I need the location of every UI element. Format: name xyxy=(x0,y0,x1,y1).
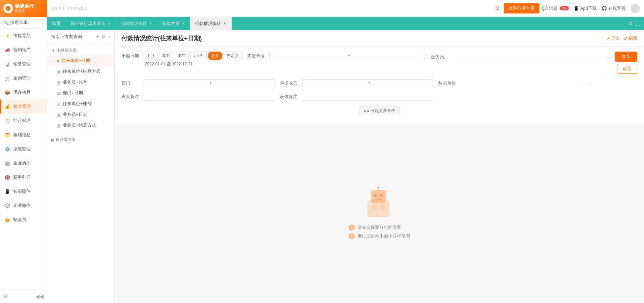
partner-input[interactable] xyxy=(461,79,583,86)
svg-point-4 xyxy=(374,194,377,197)
scheme-item-label-salesman_date: 业务员+日期 xyxy=(63,112,87,118)
scheme-item-partner_date[interactable]: ●往来单位+日期 xyxy=(47,55,114,66)
sidebar-item-finance[interactable]: 💰 资金管理 xyxy=(0,99,47,114)
sidebar-item-hardware[interactable]: 📱 智能硬件 xyxy=(0,184,47,199)
scheme-group-arrow-desktop: ▼ xyxy=(51,48,55,53)
voucher-status-arrow-icon: ▼ xyxy=(368,81,430,85)
tab-home[interactable]: 首页 xyxy=(47,17,66,30)
table-header-note-input[interactable] xyxy=(144,92,274,100)
app-download-button[interactable]: 📱 App下载 xyxy=(574,5,597,11)
sidebar-item-guide[interactable]: 🎯 新手引导 xyxy=(0,170,47,184)
purchase-nav-icon: 🛒 xyxy=(4,75,10,81)
scheme-item-salesman_settlement[interactable]: ▦业务员+结算方式 xyxy=(47,120,114,131)
sidebar-item-corp[interactable]: 🏢 企业协同 xyxy=(0,156,47,170)
date-btn-this-year[interactable]: 本年 xyxy=(175,52,189,60)
sidebar-item-basic[interactable]: 🗂️ 基础信息 xyxy=(0,128,47,142)
table-body-note-input[interactable] xyxy=(302,92,433,100)
salesman-more-icon[interactable]: … xyxy=(605,54,610,59)
filter-settings-button[interactable]: 设置 xyxy=(617,64,637,74)
table-body-note-label: 表体备注 xyxy=(280,92,300,100)
filter-query-col: 查询 设置 xyxy=(615,52,637,74)
scheme-group-title-desktop[interactable]: ▼电脑端方案 xyxy=(47,46,114,55)
sidebar-item-operation[interactable]: 📋 经营管理 xyxy=(0,114,47,128)
tip-1-text: 请先选择要分析的方案 xyxy=(357,224,401,231)
export-icon: ↗ xyxy=(606,36,610,41)
date-btn-this-month[interactable]: 本月 xyxy=(159,52,173,60)
partner-more-icon[interactable]: … xyxy=(587,80,591,85)
tabs-container: 首页现金银行流水查询✕收款情况统计✕新建方案✕付款情况统计✕ xyxy=(47,17,232,30)
tab-payment_stat[interactable]: 付款情况统计✕ xyxy=(190,17,232,30)
svg-rect-7 xyxy=(372,205,377,209)
scheme-item-icon-partner_date: ● xyxy=(57,58,59,63)
tab-close-cashflow[interactable]: ✕ xyxy=(108,21,111,26)
search-icon: 🔍 xyxy=(3,20,9,25)
trial-button[interactable]: 体验行业方案 xyxy=(504,3,539,13)
salesman-input[interactable] xyxy=(453,52,602,60)
collapse-sidebar-icon[interactable]: ◀◀ xyxy=(35,293,43,300)
scheme-item-dept_date[interactable]: ▦部门+日期 xyxy=(47,88,114,98)
page-header-actions: ↗ 导出 ↺ 刷新 xyxy=(606,35,637,41)
download-icon: 📱 xyxy=(574,6,579,11)
scheme-item-salesman_date[interactable]: ▦业务员+日期 xyxy=(47,109,114,120)
quicknav-nav-icon: ⚡ xyxy=(4,33,10,39)
purchase-nav-label: 采购管理 xyxy=(13,75,31,81)
scheme-item-salesman_account[interactable]: ▦业务员+账号 xyxy=(47,77,114,88)
tab-close-new_scheme[interactable]: ✕ xyxy=(182,21,185,26)
page-header: 付款情况统计(往来单位+日期) ↗ 导出 ↺ 刷新 xyxy=(115,30,644,47)
scheme-settings-icon[interactable]: ⚙ xyxy=(101,34,106,40)
scheme-item-partner_settlement[interactable]: ▦往来单位+结算方式 xyxy=(47,66,114,77)
online-service-button[interactable]: 🎧 在线客服 xyxy=(602,5,626,11)
tip-2-num: 2 xyxy=(349,233,355,239)
tab-cashflow[interactable]: 现金银行流水查询✕ xyxy=(66,17,116,30)
svg-point-10 xyxy=(377,187,379,188)
tip-1-num: 1 xyxy=(349,224,355,231)
maximize-icon[interactable]: ⛶ xyxy=(635,21,641,27)
tab-new_scheme[interactable]: 新建方案✕ xyxy=(157,17,190,30)
export-button[interactable]: ↗ 导出 xyxy=(606,35,620,41)
scheme-item-icon-dept_date: ▦ xyxy=(57,91,61,96)
date-btn-last-month[interactable]: 上月 xyxy=(144,52,158,60)
tab-label-receipt_stat: 收款情况统计 xyxy=(121,21,147,27)
sidebar-item-purchase[interactable]: 🛒 采购管理 xyxy=(0,71,47,85)
partner-label: 往来单位 xyxy=(438,79,459,86)
messages-button[interactable]: 💬 消息 99+ xyxy=(542,5,569,11)
voucher-status-select[interactable]: ▼ xyxy=(302,79,433,86)
scheme-panel-actions: + ⚙ « xyxy=(96,34,110,40)
sidebar-item-quicknav[interactable]: ⚡ 快捷导航 xyxy=(0,29,47,43)
collapse-more-conditions-button[interactable]: ∧∧ 收起更多条件 xyxy=(359,106,400,115)
add-scheme-icon[interactable]: + xyxy=(96,34,99,40)
sales-nav-label: 销售管理 xyxy=(13,61,31,67)
voucher-status-label: 单据状态 xyxy=(280,79,300,86)
right-content: 付款情况统计(往来单位+日期) ↗ 导出 ↺ 刷新 xyxy=(115,30,644,303)
scheme-item-label-salesman_settlement: 业务员+结算方式 xyxy=(63,122,96,128)
collapse-scheme-icon[interactable]: « xyxy=(108,34,110,40)
date-btn-last-7days[interactable]: 近7天 xyxy=(190,52,207,60)
date-btn-custom[interactable]: 自定义 xyxy=(224,52,242,60)
tab-receipt_stat[interactable]: 收款情况统计✕ xyxy=(116,17,157,30)
sidebar-item-wechat[interactable]: 💬 企业微信 xyxy=(0,199,47,213)
sidebar-item-sales[interactable]: 📊 销售管理 xyxy=(0,57,47,71)
scheme-item-label-partner_settlement: 往来单位+结算方式 xyxy=(63,68,100,74)
dept-arrow-icon: ▼ xyxy=(209,81,271,85)
source-voucher-select[interactable]: ▼ xyxy=(269,52,426,59)
tab-close-receipt_stat[interactable]: ✕ xyxy=(149,21,152,26)
sidebar-item-marketing[interactable]: 📣 营销推广 xyxy=(0,43,47,57)
sidebar-item-system[interactable]: ⚙️ 系统管理 xyxy=(0,142,47,156)
dept-select[interactable]: ▼ xyxy=(144,79,274,86)
tab-close-payment_stat[interactable]: ✕ xyxy=(223,21,227,26)
settings-gear-icon[interactable]: ⚙ xyxy=(495,5,500,11)
tab-label-home: 首页 xyxy=(52,21,61,27)
scheme-group-title-mobile[interactable]: ▶移动端方案 xyxy=(47,135,114,145)
date-btn-more[interactable]: 更多 xyxy=(208,52,222,60)
scheme-item-partner_account[interactable]: ▤往来单位+账号 xyxy=(47,98,114,109)
sidebar-item-inventory[interactable]: 📦 库存核算 xyxy=(0,85,47,99)
topnav-actions: ⚙ 体验行业方案 xyxy=(495,3,539,13)
close-all-tabs-icon[interactable]: ✕ xyxy=(628,21,633,27)
query-button[interactable]: 查询 xyxy=(615,52,637,62)
settings-icon[interactable]: ⚙ xyxy=(3,293,8,300)
search-menu[interactable]: 🔍 搜索菜单 xyxy=(0,17,47,29)
avatar[interactable] xyxy=(631,4,640,13)
app-download-label: App下载 xyxy=(580,5,597,11)
sidebar-item-member[interactable]: 👑 畅会员 xyxy=(0,213,47,227)
refresh-button[interactable]: ↺ 刷新 xyxy=(623,35,637,41)
